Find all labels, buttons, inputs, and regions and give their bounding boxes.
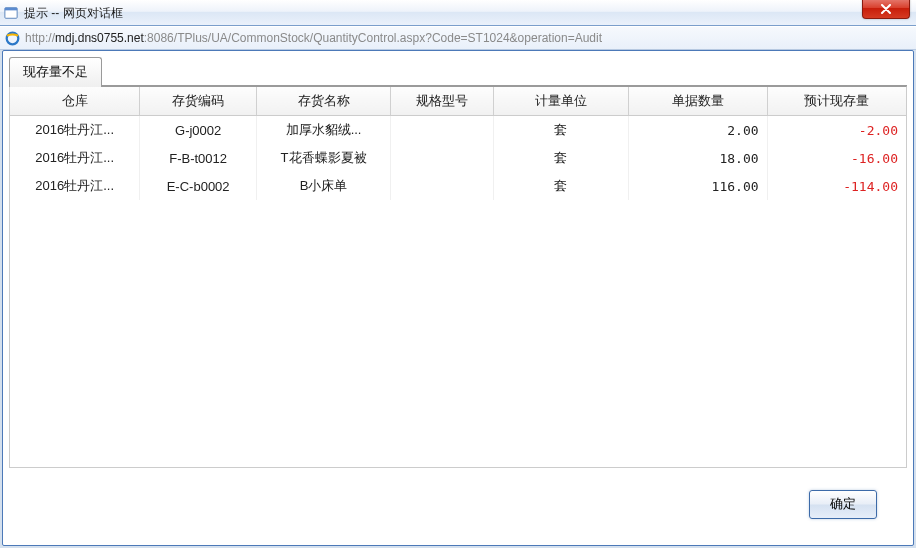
cell-code: F-B-t0012 <box>140 144 256 172</box>
tab-strip-line <box>102 57 907 86</box>
cell-qty: 116.00 <box>628 172 767 200</box>
url-host: mdj.dns0755.net <box>55 31 144 45</box>
col-balance[interactable]: 预计现存量 <box>767 87 906 116</box>
close-button[interactable] <box>862 0 910 19</box>
dialog-footer: 确定 <box>809 490 877 519</box>
col-spec[interactable]: 规格型号 <box>391 87 494 116</box>
address-bar: http://mdj.dns0755.net:8086/TPlus/UA/Com… <box>0 26 916 50</box>
ie-icon <box>4 30 20 46</box>
cell-balance: -2.00 <box>767 116 906 145</box>
col-unit[interactable]: 计量单位 <box>494 87 628 116</box>
cell-name: 加厚水貂绒... <box>256 116 390 145</box>
cell-spec <box>391 116 494 145</box>
app-icon <box>3 5 19 21</box>
col-qty[interactable]: 单据数量 <box>628 87 767 116</box>
window-titlebar: 提示 -- 网页对话框 <box>0 0 916 26</box>
cell-unit: 套 <box>494 116 628 145</box>
cell-code: G-j0002 <box>140 116 256 145</box>
cell-name: T花香蝶影夏被 <box>256 144 390 172</box>
grid-header-row: 仓库 存货编码 存货名称 规格型号 计量单位 单据数量 预计现存量 <box>10 87 906 116</box>
table-row[interactable]: 2016牡丹江... E-C-b0002 B小床单 套 116.00 -114.… <box>10 172 906 200</box>
tab-strip: 现存量不足 <box>9 57 907 86</box>
cell-warehouse: 2016牡丹江... <box>10 116 140 145</box>
url-path: :8086/TPlus/UA/CommonStock/QuantityContr… <box>144 31 602 45</box>
tab-insufficient-stock[interactable]: 现存量不足 <box>9 57 102 87</box>
cell-code: E-C-b0002 <box>140 172 256 200</box>
cell-balance: -114.00 <box>767 172 906 200</box>
col-name[interactable]: 存货名称 <box>256 87 390 116</box>
cell-warehouse: 2016牡丹江... <box>10 144 140 172</box>
cell-spec <box>391 144 494 172</box>
cell-qty: 2.00 <box>628 116 767 145</box>
data-grid: 仓库 存货编码 存货名称 规格型号 计量单位 单据数量 预计现存量 2016牡丹… <box>9 86 907 468</box>
table-row[interactable]: 2016牡丹江... F-B-t0012 T花香蝶影夏被 套 18.00 -16… <box>10 144 906 172</box>
url-scheme: http:// <box>25 31 55 45</box>
col-code[interactable]: 存货编码 <box>140 87 256 116</box>
cell-spec <box>391 172 494 200</box>
window-title: 提示 -- 网页对话框 <box>24 0 123 26</box>
table-row[interactable]: 2016牡丹江... G-j0002 加厚水貂绒... 套 2.00 -2.00 <box>10 116 906 145</box>
cell-warehouse: 2016牡丹江... <box>10 172 140 200</box>
ok-button[interactable]: 确定 <box>809 490 877 519</box>
cell-unit: 套 <box>494 172 628 200</box>
url-text: http://mdj.dns0755.net:8086/TPlus/UA/Com… <box>25 31 602 45</box>
svg-rect-1 <box>5 7 17 10</box>
cell-unit: 套 <box>494 144 628 172</box>
col-warehouse[interactable]: 仓库 <box>10 87 140 116</box>
cell-name: B小床单 <box>256 172 390 200</box>
close-icon <box>880 4 892 14</box>
cell-balance: -16.00 <box>767 144 906 172</box>
dialog-body: 现存量不足 仓库 存货编码 存货名称 规格型号 计量单位 单据数量 预计现 <box>2 50 914 546</box>
cell-qty: 18.00 <box>628 144 767 172</box>
